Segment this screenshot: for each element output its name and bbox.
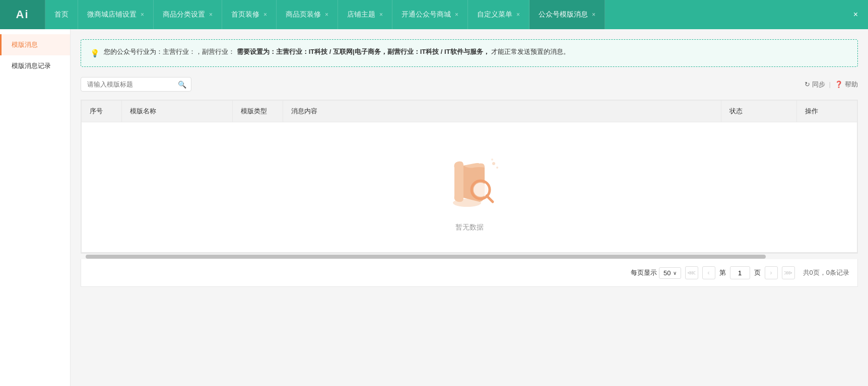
divider: | xyxy=(829,81,831,88)
tab-home[interactable]: 首页 xyxy=(45,0,78,29)
search-bar: 🔍 ↻ 同步 | ❓ 帮助 xyxy=(81,77,858,92)
page-label-after: 页 xyxy=(754,268,761,277)
col-header-action: 操作 xyxy=(797,101,857,122)
main-layout: 模版消息 模版消息记录 💡 您的公众号行业为：主营行业：，副营行业： 需要设置为… xyxy=(0,29,868,386)
prev-page-button[interactable]: ‹ xyxy=(702,266,715,279)
svg-line-7 xyxy=(487,196,493,202)
top-tab-bar: Ai 首页 微商城店铺设置 × 商品分类设置 × 首页装修 × 商品页装修 × … xyxy=(0,0,868,29)
next-page-button[interactable]: › xyxy=(765,266,778,279)
sidebar-item-template-msg-record[interactable]: 模版消息记录 xyxy=(0,55,70,76)
horizontal-scrollbar[interactable] xyxy=(81,253,858,259)
data-table: 序号 模版名称 模版类型 消息内容 状态 xyxy=(81,100,857,253)
close-tab-open-mall[interactable]: × xyxy=(455,11,458,18)
close-tab-store-theme[interactable]: × xyxy=(379,11,383,18)
sidebar-item-template-msg[interactable]: 模版消息 xyxy=(0,34,70,55)
scrollbar-thumb[interactable] xyxy=(86,255,766,259)
close-tab-template-msg[interactable]: × xyxy=(592,11,595,18)
empty-icon xyxy=(439,152,500,213)
page-size-select: 每页显示 50 ∨ xyxy=(631,267,681,279)
sidebar: 模版消息 模版消息记录 xyxy=(0,29,71,386)
tab-micro-shop[interactable]: 微商城店铺设置 × xyxy=(78,0,154,29)
app-logo: Ai xyxy=(0,0,45,29)
tab-product-decor[interactable]: 商品页装修 × xyxy=(277,0,338,29)
col-header-content: 消息内容 xyxy=(283,101,721,122)
col-header-index: 序号 xyxy=(82,101,122,122)
pagination: 每页显示 50 ∨ ⋘ ‹ 第 页 › ⋙ 共0页，0条记录 xyxy=(81,259,858,287)
tab-store-theme[interactable]: 店铺主题 × xyxy=(338,0,392,29)
tab-custom-menu[interactable]: 自定义菜单 × xyxy=(468,0,529,29)
page-size-dropdown[interactable]: 50 ∨ xyxy=(659,267,681,279)
table-header-row: 序号 模版名称 模版类型 消息内容 状态 xyxy=(82,101,857,122)
close-tab-home-decor[interactable]: × xyxy=(263,11,267,18)
svg-point-9 xyxy=(496,167,498,169)
total-info: 共0页，0条记录 xyxy=(803,268,849,277)
svg-point-10 xyxy=(491,159,493,161)
close-tab-micro-shop[interactable]: × xyxy=(141,11,144,18)
notice-text: 您的公众号行业为：主营行业：，副营行业： 需要设置为：主营行业：IT科技 / 互… xyxy=(104,47,570,57)
content-area: 💡 您的公众号行业为：主营行业：，副营行业： 需要设置为：主营行业：IT科技 /… xyxy=(71,29,868,386)
last-page-button[interactable]: ⋙ xyxy=(782,266,795,279)
col-header-name: 模版名称 xyxy=(122,101,233,122)
tab-home-decor[interactable]: 首页装修 × xyxy=(222,0,277,29)
svg-point-6 xyxy=(474,183,488,197)
current-page-input[interactable] xyxy=(730,266,750,279)
close-tab-product-category[interactable]: × xyxy=(209,11,213,18)
close-all-tabs-button[interactable]: × xyxy=(843,0,868,29)
search-input[interactable] xyxy=(81,77,191,92)
page-size-label: 每页显示 xyxy=(631,268,657,277)
empty-state-row: 暂无数据 xyxy=(82,122,857,253)
search-right: ↻ 同步 | ❓ 帮助 xyxy=(805,80,858,89)
search-input-wrap: 🔍 xyxy=(81,77,191,92)
page-size-value: 50 xyxy=(663,269,671,277)
tab-open-mall[interactable]: 开通公众号商城 × xyxy=(392,0,468,29)
col-header-status: 状态 xyxy=(721,101,797,122)
empty-state-cell: 暂无数据 xyxy=(82,122,857,253)
help-icon: ❓ xyxy=(835,81,843,88)
notice-icon: 💡 xyxy=(90,47,100,59)
col-header-type: 模版类型 xyxy=(233,101,283,122)
tab-product-category[interactable]: 商品分类设置 × xyxy=(154,0,222,29)
search-left: 🔍 xyxy=(81,77,191,92)
close-tab-product-decor[interactable]: × xyxy=(325,11,328,18)
empty-text: 暂无数据 xyxy=(82,223,857,232)
chevron-down-icon: ∨ xyxy=(673,270,677,276)
help-button[interactable]: ❓ 帮助 xyxy=(835,80,858,89)
svg-point-8 xyxy=(492,162,495,165)
page-label-before: 第 xyxy=(719,268,726,277)
close-tab-custom-menu[interactable]: × xyxy=(516,11,520,18)
empty-state: 暂无数据 xyxy=(82,122,857,252)
table-container: 序号 模版名称 模版类型 消息内容 状态 xyxy=(81,100,858,253)
notice-box: 💡 您的公众号行业为：主营行业：，副营行业： 需要设置为：主营行业：IT科技 /… xyxy=(81,39,858,67)
tab-template-msg[interactable]: 公众号模版消息 × xyxy=(529,0,605,29)
first-page-button[interactable]: ⋘ xyxy=(685,266,698,279)
sync-icon: ↻ xyxy=(805,81,810,88)
sync-button[interactable]: ↻ 同步 xyxy=(805,80,825,89)
search-icon[interactable]: 🔍 xyxy=(178,81,186,89)
